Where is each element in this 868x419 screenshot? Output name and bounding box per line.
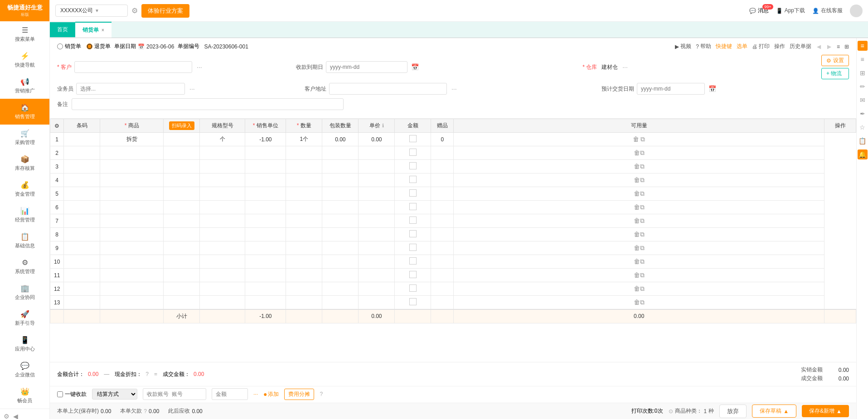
save-new-chevron-icon[interactable]: ▲: [836, 408, 842, 414]
customer-addr-dots-icon[interactable]: ···: [451, 85, 457, 92]
online-service-button[interactable]: 👤 在线客服: [812, 7, 843, 14]
salesperson-input[interactable]: [76, 83, 185, 95]
row-gift-1[interactable]: [395, 133, 431, 146]
rt-edit-btn[interactable]: ✏: [858, 82, 868, 92]
rt-grid-view-btn[interactable]: ≡: [858, 54, 868, 64]
copy-row-btn[interactable]: ⧉: [640, 258, 645, 265]
sidebar-item-marketing[interactable]: 📢 营销推广: [0, 73, 49, 99]
tab-close-icon[interactable]: ×: [102, 28, 104, 33]
list-view-btn[interactable]: ≡: [837, 43, 840, 50]
copy-row-btn[interactable]: ⧉: [640, 190, 645, 197]
add-dots-icon[interactable]: ···: [253, 391, 258, 397]
delivery-date-input[interactable]: [637, 83, 705, 95]
amount-input[interactable]: [212, 388, 248, 400]
copy-row-btn[interactable]: ⧉: [640, 163, 645, 170]
copy-row-btn[interactable]: ⧉: [640, 176, 645, 183]
user-avatar[interactable]: [850, 5, 863, 17]
delete-row-btn[interactable]: 🗑: [634, 149, 640, 156]
shortcut-btn[interactable]: 快捷键: [716, 43, 732, 50]
sidebar-item-appstore[interactable]: 📱 应用中心: [0, 331, 49, 357]
trial-button[interactable]: 体验行业方案: [141, 4, 189, 18]
product-type-icon[interactable]: ⊙: [669, 408, 673, 414]
pay-method-select[interactable]: 结算方式: [92, 389, 137, 400]
delete-row-btn[interactable]: 🗑: [634, 299, 640, 306]
rt-clipboard-btn[interactable]: 📋: [858, 136, 868, 146]
delete-row-btn[interactable]: 🗑: [634, 244, 640, 251]
row-spec-1[interactable]: [164, 133, 200, 146]
customer-addr-input[interactable]: [329, 83, 447, 95]
help-btn[interactable]: ? 帮助: [696, 43, 711, 50]
settings-button[interactable]: ⚙ 设置: [821, 55, 849, 66]
copy-row-btn[interactable]: ⧉: [640, 285, 645, 292]
delete-row-btn[interactable]: 🗑: [634, 271, 640, 279]
delivery-date-calendar-icon[interactable]: 📅: [708, 85, 716, 92]
history-btn[interactable]: 历史单据: [790, 43, 811, 50]
copy-row-btn[interactable]: ⧉: [640, 217, 645, 224]
save-new-button[interactable]: 保存&新增 ▲: [802, 405, 849, 417]
expense-split-btn[interactable]: 费用分摊: [284, 389, 314, 400]
sidebar-item-operations[interactable]: 📊 经营管理: [0, 202, 49, 228]
delete-row-btn[interactable]: 🗑: [634, 285, 640, 292]
delete-row-btn[interactable]: 🗑: [634, 176, 640, 183]
row-quantity-1[interactable]: -1.00: [245, 133, 286, 146]
expense-help-icon[interactable]: ?: [320, 391, 323, 397]
rt-layout-btn[interactable]: ⊞: [858, 68, 868, 78]
warehouse-dots-icon[interactable]: ···: [622, 63, 628, 71]
delete-row-btn[interactable]: 🗑: [634, 258, 640, 265]
sales-radio-input[interactable]: [57, 43, 63, 49]
one-key-pay-checkbox[interactable]: 一键收款: [57, 390, 87, 398]
copy-row-btn[interactable]: ⧉: [640, 271, 645, 279]
cash-discount-help-icon[interactable]: ?: [145, 371, 149, 377]
print-btn[interactable]: 🖨 打印: [752, 43, 770, 50]
rt-pen-btn[interactable]: ✒: [858, 109, 868, 119]
delete-row-btn[interactable]: 🗑: [634, 163, 640, 170]
payment-due-calendar-icon[interactable]: 📅: [411, 63, 419, 71]
rt-message-btn[interactable]: ✉: [858, 95, 868, 105]
delete-row-1-btn[interactable]: 🗑: [633, 135, 639, 143]
sidebar-item-finance[interactable]: 💰 资金管理: [0, 176, 49, 202]
copy-row-1-btn[interactable]: ⧉: [640, 135, 645, 143]
copy-row-btn[interactable]: ⧉: [640, 231, 645, 238]
account-input[interactable]: [143, 388, 206, 400]
abandon-button[interactable]: 放弃: [719, 405, 747, 418]
app-download-button[interactable]: 📱 App下载: [776, 7, 805, 14]
sales-order-radio[interactable]: 销货单: [57, 43, 81, 50]
video-btn[interactable]: ▶ 视频: [675, 43, 691, 50]
select-btn[interactable]: 选单: [737, 43, 747, 50]
return-radio-input[interactable]: [87, 43, 92, 49]
col-scan[interactable]: 扫码录入: [164, 119, 200, 133]
sidebar-item-inventory[interactable]: 📦 库存核算: [0, 150, 49, 176]
save-draft-chevron-icon[interactable]: ▲: [783, 408, 789, 414]
payment-due-input[interactable]: [326, 61, 407, 73]
sidebar-item-member[interactable]: 👑 畅会员: [0, 383, 49, 409]
sidebar-collapse-btn[interactable]: ◀: [13, 413, 18, 419]
rt-notification-btn[interactable]: 🔔: [858, 149, 868, 159]
message-button[interactable]: 💬 消息 99+: [749, 7, 769, 14]
row-unit-price-1[interactable]: 0.00: [322, 133, 359, 146]
salesperson-dots-icon[interactable]: ···: [189, 85, 195, 92]
sidebar-item-guide[interactable]: 🚀 新手引导: [0, 305, 49, 331]
return-order-radio[interactable]: 退货单: [87, 43, 111, 50]
copy-row-btn[interactable]: ⧉: [640, 203, 645, 211]
sidebar-item-wechat[interactable]: 💬 企业微信: [0, 357, 49, 383]
delete-row-btn[interactable]: 🗑: [634, 217, 640, 224]
logistics-button[interactable]: + 物流: [821, 68, 849, 79]
sidebar-item-basic[interactable]: 📋 基础信息: [0, 228, 49, 254]
row-barcode-1[interactable]: [64, 133, 100, 146]
rt-star-btn[interactable]: ☆: [858, 122, 868, 132]
delete-row-btn[interactable]: 🗑: [634, 190, 640, 197]
sidebar-item-enterprise[interactable]: 🏢 企业协同: [0, 279, 49, 305]
col-settings[interactable]: ⚙: [50, 119, 64, 133]
save-draft-button[interactable]: 保存草稿 ▲: [752, 405, 796, 418]
sidebar-item-search[interactable]: ☰ 搜索菜单: [0, 21, 49, 47]
copy-row-btn[interactable]: ⧉: [640, 244, 645, 251]
sidebar-item-system[interactable]: ⚙ 系统管理: [0, 254, 49, 279]
settings-gear-icon[interactable]: ⚙: [131, 6, 138, 15]
remark-input[interactable]: [72, 98, 344, 110]
one-key-pay-checkbox-input[interactable]: [57, 391, 63, 397]
grid-view-btn[interactable]: ⊞: [844, 43, 849, 50]
sidebar-settings-btn[interactable]: ⚙: [4, 413, 10, 419]
sidebar-item-sales[interactable]: 🏠 销售管理: [0, 99, 49, 125]
tab-sales-order[interactable]: 销货单 ×: [75, 22, 112, 38]
delete-row-btn[interactable]: 🗑: [634, 203, 640, 211]
